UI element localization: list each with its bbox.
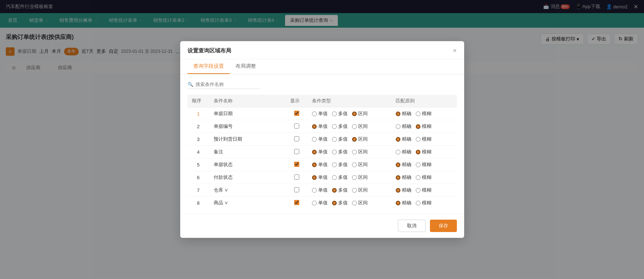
modal-close-button[interactable]: × — [453, 47, 457, 55]
modal-tab-query-fields[interactable]: 查询字段设置 — [187, 59, 230, 74]
settings-modal: 设置查询区域布局 × 查询字段设置 布局调整 🔍 — [180, 41, 464, 80]
modal-title: 设置查询区域布局 — [187, 47, 231, 54]
modal-overlay: 设置查询区域布局 × 查询字段设置 布局调整 🔍 — [0, 0, 644, 80]
modal-tab-layout[interactable]: 布局调整 — [230, 59, 262, 74]
modal-body: 🔍 顺序 条件名称 显示 条件类型 匹配原则 — [180, 74, 464, 80]
modal-tabs: 查询字段设置 布局调整 — [180, 59, 464, 74]
modal-header: 设置查询区域布局 × — [180, 41, 464, 59]
